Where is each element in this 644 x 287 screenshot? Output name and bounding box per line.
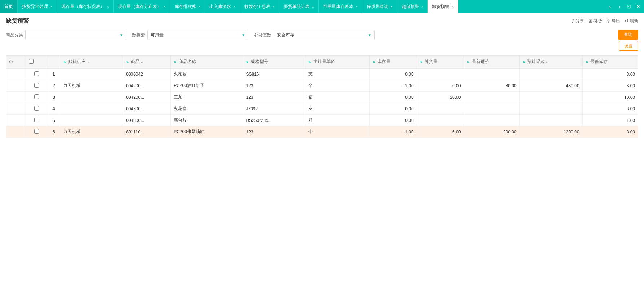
close-icon[interactable]: × [107,5,109,9]
row-est-purchase [519,92,582,103]
replenish-icon: ⊞ [588,18,592,24]
top-nav: 首页 拣货异常处理 × 现存量（库存状况表） × 现存量（库存分布表） × 库存… [0,0,644,13]
column-supplier[interactable]: ⇅ 默认供应... [60,56,123,69]
nav-tab-7[interactable]: 要货单统计表 × [279,0,319,13]
row-replenish: 6.00 [417,80,464,92]
replenish-base-select[interactable]: 安全库存 ▼ [274,30,375,40]
row-gear[interactable] [6,92,26,103]
row-checkbox-cell [26,126,47,138]
refresh-button[interactable]: ↺ 刷新 [625,18,638,24]
nav-tab-5[interactable]: 出入库流水 × [205,0,240,13]
nav-tab-10[interactable]: 超储预警 × [397,0,428,13]
row-unit: 支 [305,69,370,80]
datasource-filter-group: 数据源 可用量 ▼ [132,30,248,40]
row-checkbox-cell [26,92,47,103]
close-icon[interactable]: × [233,5,235,9]
close-icon[interactable]: × [50,5,52,9]
nav-restore-button[interactable]: ⊡ [625,2,633,11]
nav-tab-3[interactable]: 现存量（库存分布表） × [114,0,170,13]
row-gear[interactable] [6,103,26,115]
row-checkbox[interactable] [34,106,39,111]
row-checkbox[interactable] [34,129,39,134]
nav-prev-button[interactable]: ‹ [606,2,614,11]
row-latest-price: 80.00 [464,80,519,92]
close-icon[interactable]: × [199,5,201,9]
row-checkbox[interactable] [34,71,39,76]
column-gear[interactable]: ⚙ [6,56,26,69]
category-dropdown-icon: ▼ [119,33,123,37]
row-spec: J7092 [243,103,305,115]
row-stock: -1.00 [370,126,417,138]
row-checkbox[interactable] [34,118,39,122]
column-replenish[interactable]: ⇅ 补货量 [417,56,464,69]
column-latest-price[interactable]: ⇅ 最新进价 [464,56,519,69]
row-checkbox[interactable] [34,94,39,99]
row-latest-price [464,92,519,103]
row-gear[interactable] [6,115,26,126]
row-unit: 只 [305,115,370,126]
select-all-checkbox[interactable] [29,59,34,64]
row-name: 离合片 [171,115,243,126]
replenish-button[interactable]: ⊞ 补货 [588,18,602,24]
export-button[interactable]: ⇪ 导出 [606,18,620,24]
nav-tab-home[interactable]: 首页 [0,0,18,13]
datasource-filter-label: 数据源 [132,32,145,38]
share-button[interactable]: ⤴ 分享 [572,18,584,24]
nav-tab-1[interactable]: 拣货异常处理 × [18,0,57,13]
datasource-dropdown-icon: ▼ [242,33,245,37]
sort-icon: ⇅ [586,60,588,64]
row-gear[interactable] [6,69,26,80]
close-icon[interactable]: × [164,5,166,9]
nav-tab-6[interactable]: 收发存汇总表 × [240,0,279,13]
column-stock[interactable]: ⇅ 库存量 [370,56,417,69]
close-icon[interactable]: × [452,5,454,9]
column-spec[interactable]: ⇅ 规格型号 [243,56,305,69]
row-num: 1 [47,69,60,80]
row-name: 三九 [171,92,243,103]
row-latest-price [464,69,519,80]
close-icon[interactable]: × [312,5,314,9]
close-icon[interactable]: × [356,5,358,9]
nav-tab-8[interactable]: 可用量库存账本 × [319,0,362,13]
row-code: 004600... [123,103,171,115]
row-stock: -1.00 [370,80,417,92]
row-name: 火花塞 [171,69,243,80]
category-filter-label: 商品分类 [6,32,23,38]
row-num: 5 [47,115,60,126]
category-select[interactable]: ▼ [25,30,126,40]
row-code: 004200... [123,80,171,92]
nav-tab-11[interactable]: 缺货预警 × [428,0,458,13]
settings-button[interactable]: 设置 [619,41,638,51]
row-supplier [60,69,123,80]
nav-tab-9[interactable]: 保质期查询 × [362,0,397,13]
nav-close-button[interactable]: ✕ [634,2,643,11]
row-gear[interactable] [6,80,26,92]
row-supplier [60,103,123,115]
row-spec: 123 [243,80,305,92]
close-icon[interactable]: × [421,5,423,9]
column-min-stock[interactable]: ⇅ 最低库存 [582,56,638,69]
row-code: 004800... [123,115,171,126]
close-icon[interactable]: × [273,5,275,9]
column-est-purchase[interactable]: ⇅ 预计采购... [519,56,582,69]
nav-tab-2[interactable]: 现存量（库存状况表） × [57,0,114,13]
column-unit[interactable]: ⇅ 主计量单位 [305,56,370,69]
row-est-purchase [519,103,582,115]
row-latest-price [464,115,519,126]
datasource-select[interactable]: 可用量 ▼ [147,30,248,40]
close-icon[interactable]: × [391,5,393,9]
row-checkbox-cell [26,80,47,92]
row-name: PC200油缸缸子 [171,80,243,92]
row-checkbox[interactable] [34,83,39,88]
column-name[interactable]: ⇅ 商品名称 [171,56,243,69]
datasource-value: 可用量 [151,32,164,38]
row-unit: 支 [305,103,370,115]
row-num: 2 [47,80,60,92]
nav-tab-4[interactable]: 库存批次账 × [170,0,205,13]
nav-next-button[interactable]: › [615,2,624,11]
row-est-purchase [519,115,582,126]
column-code[interactable]: ⇅ 商品... [123,56,171,69]
row-num: 6 [47,126,60,138]
query-button[interactable]: 查询 [618,30,638,40]
row-gear[interactable] [6,126,26,138]
